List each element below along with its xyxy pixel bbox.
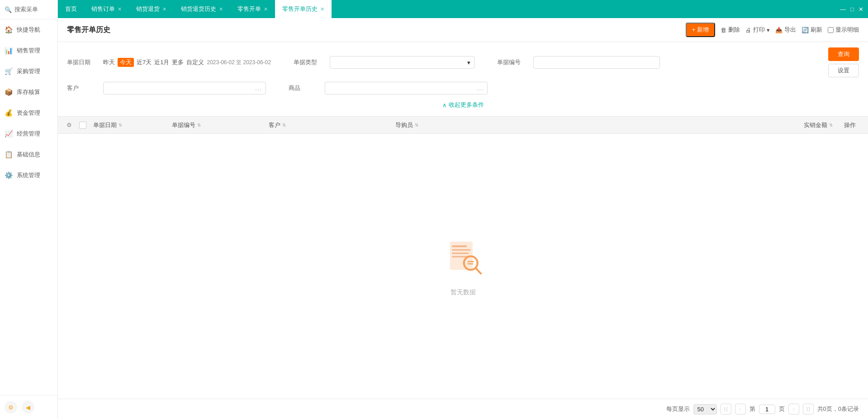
- page-input[interactable]: 1: [759, 405, 775, 414]
- th-checkbox-cell: [76, 122, 90, 129]
- date-sort-icon[interactable]: ⇅: [119, 122, 122, 127]
- goods-input[interactable]: …: [325, 82, 488, 94]
- query-buttons: 查询 设置: [828, 47, 859, 77]
- sidebar: 🔍 搜索采单 🏠 快捷导航 📊 销售管理 🛒 采购管理 📦 库存核算 💰 资金管…: [0, 0, 58, 419]
- next-page-btn[interactable]: ﹥: [788, 404, 799, 414]
- tab-retail-open-close[interactable]: ✕: [264, 6, 268, 12]
- tab-sales-order-close[interactable]: ✕: [118, 6, 122, 12]
- window-controls: — □ ✕: [840, 6, 868, 13]
- select-all-checkbox[interactable]: [79, 122, 86, 129]
- print-button[interactable]: 🖨 打印 ▾: [745, 26, 770, 34]
- delete-icon: 🗑: [721, 27, 726, 33]
- doc-no-input[interactable]: [533, 56, 660, 69]
- date-last7[interactable]: 近7天: [137, 58, 152, 66]
- date-last-month[interactable]: 近1月: [154, 58, 169, 66]
- settings-bottom-icon[interactable]: ⚙: [5, 401, 17, 414]
- chevron-up-icon: ∧: [442, 102, 447, 108]
- doc-type-dropdown-icon: ▾: [467, 59, 470, 66]
- date-today[interactable]: 今天: [118, 58, 134, 67]
- customer-sort-icon[interactable]: ⇅: [282, 122, 286, 127]
- tab-home-label: 首页: [65, 5, 77, 13]
- collapse-filter-btn[interactable]: ∧ 收起更多条件: [67, 99, 859, 111]
- sidebar-item-label: 库存核算: [17, 88, 40, 96]
- th-operation: 操作: [836, 121, 863, 129]
- filter-area: 单据日期 昨天 今天 近7天 近1月 更多 自定义 2023-06-02 至 2…: [58, 42, 868, 117]
- sidebar-item-finance[interactable]: 💰 资金管理: [0, 103, 57, 123]
- ops-icon: 📈: [5, 130, 13, 138]
- amount-sort-icon[interactable]: ⇅: [829, 122, 833, 127]
- sidebar-item-sys-mgmt[interactable]: ⚙️ 系统管理: [0, 165, 57, 186]
- last-page-btn[interactable]: ⟩⟩: [803, 404, 814, 414]
- tab-sales-return-history[interactable]: 销货退货历史 ✕: [174, 0, 230, 18]
- filter-row-1: 单据日期 昨天 今天 近7天 近1月 更多 自定义 2023-06-02 至 2…: [67, 47, 859, 77]
- tab-retail-history-close[interactable]: ✕: [320, 6, 324, 12]
- sidebar-bottom: ⚙ ◀: [0, 395, 57, 419]
- customer-label: 客户: [67, 84, 94, 92]
- tab-sales-return-close[interactable]: ✕: [162, 6, 166, 12]
- doc-no-label: 单据编号: [497, 58, 524, 66]
- page-size-select[interactable]: 20 50 100: [693, 404, 717, 414]
- top-nav: 首页 销售订单 ✕ 销货退货 ✕ 销货退货历史 ✕ 零售开单 ✕ 零售开单历史 …: [58, 0, 868, 18]
- date-custom[interactable]: 自定义: [186, 58, 204, 66]
- tab-sales-order[interactable]: 销售订单 ✕: [84, 0, 129, 18]
- sidebar-item-label: 基础信息: [17, 151, 40, 159]
- tab-retail-history[interactable]: 零售开单历史 ✕: [275, 0, 332, 18]
- print-icon: 🖨: [745, 27, 751, 33]
- chart-icon: 📊: [5, 47, 13, 55]
- no-sort-icon[interactable]: ⇅: [197, 122, 201, 127]
- tab-sales-return[interactable]: 销货退货 ✕: [129, 0, 174, 18]
- date-label: 单据日期: [67, 58, 94, 66]
- sidebar-item-label: 快捷导航: [17, 26, 40, 34]
- date-more[interactable]: 更多: [172, 58, 184, 66]
- window-min-btn[interactable]: —: [840, 6, 846, 13]
- tab-retail-open-label: 零售开单: [237, 5, 261, 13]
- tab-home[interactable]: 首页: [58, 0, 84, 18]
- first-page-btn[interactable]: ⟨⟨: [721, 404, 731, 414]
- sidebar-search[interactable]: 🔍 搜索采单: [0, 0, 57, 19]
- th-no: 单据编号 ⇅: [168, 121, 265, 129]
- doc-type-label: 单据类型: [294, 58, 321, 66]
- tab-sales-return-history-close[interactable]: ✕: [219, 6, 223, 12]
- sidebar-item-purchase-mgmt[interactable]: 🛒 采购管理: [0, 61, 57, 82]
- sidebar-item-inventory[interactable]: 📦 库存核算: [0, 82, 57, 103]
- show-detail-checkbox[interactable]: 显示明细: [828, 26, 859, 34]
- th-guide: 导购员 ⇅: [392, 121, 470, 129]
- doc-type-select[interactable]: ▾: [330, 56, 474, 69]
- tab-retail-open[interactable]: 零售开单 ✕: [230, 0, 275, 18]
- query-button[interactable]: 查询: [828, 47, 859, 61]
- filter-row-2: 客户 … 商品 …: [67, 82, 859, 94]
- tab-sales-return-history-label: 销货退货历史: [181, 5, 216, 13]
- page-label-after: 页: [779, 405, 785, 413]
- empty-text: 暂无数据: [451, 288, 476, 297]
- settings-button[interactable]: 设置: [828, 64, 859, 77]
- refresh-button[interactable]: 🔄 刷新: [802, 26, 822, 34]
- guide-sort-icon[interactable]: ⇅: [415, 122, 418, 127]
- money-icon: 💰: [5, 109, 13, 117]
- customer-input[interactable]: …: [103, 82, 266, 94]
- show-detail-input[interactable]: [828, 27, 834, 33]
- sidebar-item-quick-nav[interactable]: 🏠 快捷导航: [0, 19, 57, 40]
- svg-rect-2: [452, 249, 471, 250]
- sidebar-item-sales-mgmt[interactable]: 📊 销售管理: [0, 40, 57, 61]
- add-button[interactable]: + 新增: [686, 23, 715, 37]
- prev-page-btn[interactable]: ﹤: [735, 404, 746, 414]
- delete-button[interactable]: 🗑 删除: [721, 26, 740, 34]
- sidebar-item-basic-info[interactable]: 📋 基础信息: [0, 144, 57, 165]
- sidebar-item-label: 系统管理: [17, 171, 40, 179]
- window-max-btn[interactable]: □: [850, 6, 854, 13]
- sidebar-item-label: 经营管理: [17, 130, 40, 138]
- column-settings-icon[interactable]: ⚙: [62, 122, 76, 128]
- collapse-sidebar-icon[interactable]: ◀: [22, 401, 34, 414]
- date-yesterday[interactable]: 昨天: [103, 58, 115, 66]
- export-button[interactable]: 📤 导出: [775, 26, 796, 34]
- th-amount: 实销金额 ⇅: [471, 121, 836, 129]
- export-icon: 📤: [775, 27, 783, 33]
- window-close-btn[interactable]: ✕: [859, 6, 863, 13]
- svg-rect-1: [452, 245, 467, 247]
- sidebar-item-label: 资金管理: [17, 109, 40, 117]
- th-date: 单据日期 ⇅: [90, 121, 168, 129]
- svg-rect-3: [452, 253, 469, 254]
- tab-sales-return-label: 销货退货: [136, 5, 160, 13]
- sidebar-item-operations[interactable]: 📈 经营管理: [0, 123, 57, 144]
- page-title: 零售开单历史: [67, 25, 110, 35]
